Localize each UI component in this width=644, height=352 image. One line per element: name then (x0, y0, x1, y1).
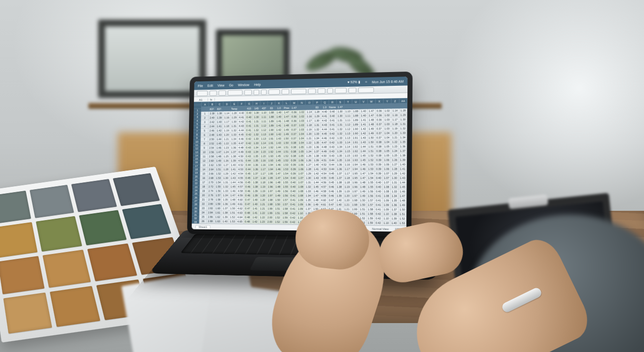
cell[interactable]: 2.88 (207, 219, 214, 224)
cell[interactable]: 0.47 (327, 202, 335, 207)
cell[interactable]: 1.56 (282, 193, 290, 198)
cell[interactable]: 0.41 (328, 127, 336, 131)
cell[interactable]: 1.45 (312, 185, 320, 189)
cell[interactable]: 0.45 (328, 171, 336, 176)
cell[interactable]: 1.33 (313, 131, 321, 136)
cell[interactable]: 1.28 (230, 111, 238, 115)
cell[interactable]: 1.26 (305, 158, 313, 162)
cell[interactable]: 1.41 (312, 167, 320, 171)
row-header[interactable]: 19 (192, 172, 200, 175)
toolbar-button[interactable] (218, 90, 226, 96)
row-header[interactable]: 26 (192, 196, 200, 200)
cell[interactable]: 1.27 (222, 163, 230, 167)
cell[interactable]: 1.19 (305, 127, 313, 132)
cell[interactable]: 1.19 (259, 184, 267, 189)
cell[interactable]: 1.38 (335, 180, 343, 185)
cell[interactable]: 1.95 (267, 172, 274, 176)
column-header[interactable]: O (306, 100, 314, 105)
cell[interactable]: 1.39 (215, 115, 223, 120)
cell[interactable]: 1.41 (359, 122, 367, 126)
cell[interactable]: 1.33 (336, 136, 344, 140)
toolbar-button[interactable] (268, 89, 280, 94)
cell[interactable]: 1.60 (366, 225, 374, 226)
cell[interactable]: 1.41 (399, 167, 407, 171)
cell[interactable]: 1.44 (275, 145, 283, 150)
cell[interactable]: 2.84 (207, 210, 214, 215)
cell[interactable]: 0.44 (328, 162, 336, 167)
cell[interactable]: 0.41 (375, 194, 382, 198)
cell[interactable]: 1.60 (214, 206, 221, 210)
cell[interactable]: 1.35 (252, 158, 259, 163)
cell[interactable]: 23 (199, 206, 207, 210)
cell[interactable]: 1.37 (313, 149, 321, 153)
cell[interactable]: 1.45 (359, 153, 367, 158)
cell[interactable]: 1.22 (305, 141, 313, 145)
cell[interactable]: 9 (201, 146, 208, 150)
cell[interactable]: 1.53 (282, 163, 290, 167)
cell[interactable]: 1.11 (260, 115, 268, 119)
cell[interactable]: 0.40 (328, 114, 336, 118)
cell[interactable]: 1.88 (268, 115, 275, 119)
row-header[interactable]: 17 (193, 164, 200, 168)
spreadsheet-area[interactable]: 1234567891011121314151617181920212223242… (192, 98, 407, 226)
cell[interactable]: 0.41 (375, 202, 382, 207)
cell[interactable]: 17 (200, 180, 207, 184)
cell[interactable]: 1.52 (274, 215, 282, 220)
cell[interactable]: 0.44 (244, 158, 252, 163)
cell[interactable]: 1.56 (367, 189, 375, 194)
cell[interactable]: 1.12 (344, 127, 351, 131)
cell[interactable]: 1.44 (399, 180, 407, 185)
cell[interactable]: 4.44 (321, 127, 328, 131)
cell[interactable]: 4.42 (321, 118, 328, 123)
toolbar-button[interactable] (210, 90, 217, 96)
cell[interactable]: 0.41 (375, 207, 382, 211)
cell[interactable]: 0.42 (245, 132, 252, 137)
cell[interactable]: 4.43 (238, 124, 245, 128)
cell[interactable]: 1.94 (267, 167, 274, 172)
column-header[interactable]: J (268, 101, 275, 105)
cell[interactable]: 12 (200, 159, 208, 163)
cell[interactable]: 1.36 (252, 163, 259, 167)
cell[interactable]: 4.50 (237, 154, 244, 158)
cell[interactable]: 1.50 (215, 163, 222, 167)
cell[interactable]: 1.14 (260, 141, 267, 145)
cell[interactable]: 1.49 (282, 132, 290, 136)
cell[interactable]: 1.98 (267, 198, 274, 202)
cell[interactable]: 4.40 (321, 109, 328, 114)
cell[interactable]: 1.49 (229, 202, 237, 206)
field-header[interactable] (305, 105, 313, 110)
column-header[interactable]: E (231, 101, 238, 106)
cell[interactable]: 1.43 (359, 140, 367, 145)
field-header[interactable] (383, 103, 391, 108)
field-header[interactable]: 145 (253, 106, 260, 111)
cell[interactable]: 1.94 (351, 162, 359, 167)
toolbar-button[interactable] (335, 88, 347, 93)
cell[interactable]: 1.31 (390, 180, 398, 185)
cell[interactable]: 1.27 (391, 162, 399, 167)
cell[interactable]: 1.20 (223, 132, 230, 137)
cell[interactable]: 1.08 (297, 189, 305, 193)
cell[interactable]: 0.45 (328, 176, 336, 180)
cell[interactable]: 1.50 (367, 135, 375, 140)
cell[interactable]: 0.37 (290, 123, 298, 127)
row-header[interactable]: 20 (192, 175, 200, 178)
cell[interactable]: 5 (201, 128, 208, 133)
cell[interactable]: 1.50 (282, 141, 290, 145)
field-header[interactable] (238, 106, 245, 111)
cell[interactable]: 2.64 (208, 167, 215, 172)
cell[interactable]: 1.09 (296, 202, 304, 206)
cell[interactable]: 1.91 (267, 141, 274, 145)
cell[interactable]: 1.48 (283, 119, 291, 123)
cell[interactable]: 1.13 (344, 131, 351, 136)
cell[interactable]: 1.06 (383, 158, 391, 162)
cell[interactable]: 1.38 (399, 153, 407, 157)
cell[interactable]: 1.42 (312, 171, 320, 176)
spreadsheet-grid[interactable]: ABCDEFGHIJKLMNOPQRSTUVWXYZAA837.837.Temp… (199, 98, 407, 226)
cell[interactable]: 1.91 (351, 136, 359, 140)
cell[interactable]: 1.02 (298, 110, 306, 114)
cell[interactable]: 1.04 (383, 135, 391, 140)
cell[interactable]: 1.09 (382, 207, 390, 212)
cell[interactable]: 0.40 (290, 176, 297, 180)
cell[interactable]: 1.30 (253, 110, 260, 115)
cell[interactable]: 0.37 (375, 126, 383, 131)
